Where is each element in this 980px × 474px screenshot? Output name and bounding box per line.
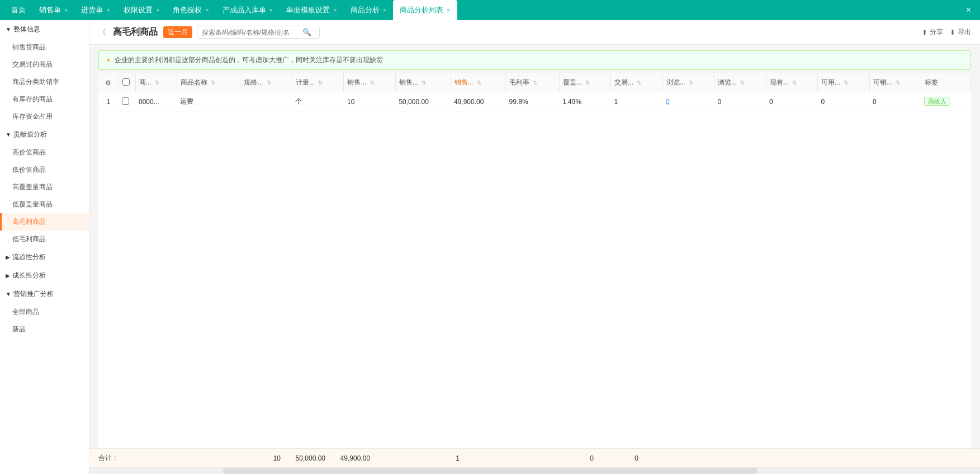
col-current-stock[interactable]: 现有... ⇅ <box>766 73 817 92</box>
nav-product-analysis-list[interactable]: 商品分析列表 × <box>393 0 457 20</box>
row-sellable-stock: 0 <box>869 92 921 111</box>
col-checkbox <box>119 73 135 92</box>
sidebar-item-low-value[interactable]: 低价值商品 <box>0 161 89 179</box>
nav-sales-close[interactable]: × <box>64 7 68 13</box>
nav-purchase-close[interactable]: × <box>106 7 110 13</box>
sidebar-item-category-rate[interactable]: 商品分类助销率 <box>0 73 89 91</box>
row-available-stock: 0 <box>818 92 869 111</box>
sidebar-item-high-value[interactable]: 高价值商品 <box>0 144 89 161</box>
top-nav: 首页 销售单 × 进货单 × 权限设置 × 角色授权 × 产成品入库单 × 单据… <box>0 0 980 20</box>
nav-product-analysis[interactable]: 商品分析 × <box>344 0 393 20</box>
row-spec <box>240 92 292 111</box>
sidebar-section-overall[interactable]: ▼ 整体信息 <box>0 20 89 39</box>
row-name: 运费 <box>177 92 240 111</box>
row-sales-amt: 50,000.00 <box>395 92 451 111</box>
sidebar-section-growth[interactable]: ▶ 成长性分析 <box>0 266 89 285</box>
row-checkbox <box>119 92 135 111</box>
section-arrow-growth: ▶ <box>6 273 10 279</box>
sidebar-item-new-goods[interactable]: 新品 <box>0 321 89 338</box>
row-tag: 高收入 <box>921 92 970 111</box>
table-container: ⚙ 商... ⇅ 商品名称 ⇅ 规格... ⇅ 计量... ⇅ 销售... ⇅ … <box>98 73 971 448</box>
info-banner: ✦ 企业的主要的利润都是这部分商品创造的，可考虑加大推广，同时关注库存是不要出现… <box>98 50 971 70</box>
row-index: 1 <box>98 92 119 111</box>
sidebar-item-high-margin[interactable]: 高毛利商品 <box>0 213 89 231</box>
collapse-sidebar-btn[interactable]: 《 <box>98 27 106 37</box>
views1-link[interactable]: 0 <box>666 98 670 106</box>
row-gross-margin: 99.8% <box>506 92 560 111</box>
nav-product-analysis-close[interactable]: × <box>383 7 386 13</box>
sidebar-section-trend[interactable]: ▶ 流趋性分析 <box>0 248 89 266</box>
col-coverage[interactable]: 覆盖... ⇅ <box>559 73 610 92</box>
share-icon: ⬆ <box>922 29 927 36</box>
table-row: 1 0000... 运费 个 10 50,000.00 49,900.00 99… <box>98 92 971 111</box>
col-spec[interactable]: 规格... ⇅ <box>240 73 292 92</box>
footer-sales-qty: 10 <box>239 454 284 462</box>
sidebar-item-low-margin[interactable]: 低毛利商品 <box>0 231 89 248</box>
col-sellable-stock[interactable]: 可销... ⇅ <box>869 73 921 92</box>
nav-template-close[interactable]: × <box>333 7 337 13</box>
section-arrow-marketing: ▼ <box>6 291 11 297</box>
row-sales-qty: 10 <box>344 92 395 111</box>
col-sales-amt[interactable]: 销售... ⇅ <box>395 73 451 92</box>
sidebar-item-high-coverage[interactable]: 高覆盖量商品 <box>0 179 89 196</box>
col-gross-margin[interactable]: 毛利率 ⇅ <box>506 73 560 92</box>
nav-sales[interactable]: 销售单 × <box>32 0 74 20</box>
nav-template[interactable]: 单据模板设置 × <box>280 0 343 20</box>
section-label-marketing: 营销推广分析 <box>13 289 54 299</box>
search-icon[interactable]: 🔍 <box>302 28 311 36</box>
col-views2[interactable]: 浏览... ⇅ <box>714 73 766 92</box>
nav-product-analysis-list-close[interactable]: × <box>447 7 450 13</box>
col-settings[interactable]: ⚙ <box>98 73 119 92</box>
col-tag: 标签 <box>921 73 970 92</box>
tip-icon: ✦ <box>106 57 111 64</box>
time-filter-btn[interactable]: 近一月 <box>163 26 192 38</box>
footer-summary: 合计： 10 50,000.00 49,900.00 1 0 0 <box>89 448 980 467</box>
sidebar-item-sales-goods[interactable]: 销售货商品 <box>0 39 89 56</box>
page-title: 高毛利商品 <box>113 26 158 38</box>
section-label-contribution: 贡献值分析 <box>13 130 47 139</box>
sidebar: ▼ 整体信息 销售货商品 交易过的商品 商品分类助销率 有库存的商品 库存资金占… <box>0 20 89 474</box>
bottom-scrollbar[interactable] <box>89 467 980 474</box>
section-label-growth: 成长性分析 <box>12 271 46 280</box>
close-all-tabs[interactable]: × <box>962 5 976 15</box>
col-unit[interactable]: 计量... ⇅ <box>292 73 343 92</box>
sidebar-item-traded-goods[interactable]: 交易过的商品 <box>0 56 89 73</box>
nav-purchase[interactable]: 进货单 × <box>74 0 116 20</box>
footer-sales-profit: 49,900.00 <box>329 454 373 462</box>
sidebar-item-all-goods[interactable]: 全部商品 <box>0 303 89 321</box>
nav-home[interactable]: 首页 <box>4 0 32 20</box>
search-input[interactable] <box>202 29 302 36</box>
nav-permission[interactable]: 权限设置 × <box>117 0 166 20</box>
nav-product-in[interactable]: 产成品入库单 × <box>216 0 280 20</box>
export-btn[interactable]: ⬇ 导出 <box>950 27 971 37</box>
sidebar-item-stock-funds[interactable]: 库存资金占用 <box>0 108 89 125</box>
content-area: 《 高毛利商品 近一月 🔍 ⬆ 分享 ⬇ 导出 ✦ 企业的主要的利润都是这部 <box>89 20 980 474</box>
share-btn[interactable]: ⬆ 分享 <box>922 27 943 37</box>
col-code[interactable]: 商... ⇅ <box>135 73 177 92</box>
row-coverage: 1.49% <box>559 92 610 111</box>
sidebar-section-contribution[interactable]: ▼ 贡献值分析 <box>0 125 89 144</box>
search-box: 🔍 <box>197 26 320 39</box>
nav-permission-close[interactable]: × <box>156 7 159 13</box>
row-views2: 0 <box>714 92 766 111</box>
sidebar-item-in-stock[interactable]: 有库存的商品 <box>0 91 89 108</box>
col-transactions[interactable]: 交易... ⇅ <box>611 73 662 92</box>
table-header-row: ⚙ 商... ⇅ 商品名称 ⇅ 规格... ⇅ 计量... ⇅ 销售... ⇅ … <box>98 73 971 92</box>
row-transactions: 1 <box>611 92 662 111</box>
nav-role-close[interactable]: × <box>205 7 209 13</box>
col-name[interactable]: 商品名称 ⇅ <box>177 73 240 92</box>
sidebar-item-low-coverage[interactable]: 低覆盖量商品 <box>0 196 89 213</box>
nav-role[interactable]: 角色授权 × <box>166 0 215 20</box>
footer-label: 合计： <box>98 453 119 463</box>
nav-product-in-close[interactable]: × <box>269 7 273 13</box>
sidebar-section-marketing[interactable]: ▼ 营销推广分析 <box>0 285 89 303</box>
footer-current-stock: 0 <box>552 454 597 462</box>
col-available-stock[interactable]: 可用... ⇅ <box>818 73 869 92</box>
row-code: 0000... <box>135 92 177 111</box>
footer-sales-amt: 50,000.00 <box>284 454 329 462</box>
select-all-checkbox[interactable] <box>122 78 130 86</box>
col-sales-profit[interactable]: 销售... ⇅ <box>451 73 506 92</box>
col-sales-qty[interactable]: 销售... ⇅ <box>344 73 395 92</box>
col-views1[interactable]: 浏览... ⇅ <box>662 73 714 92</box>
row-select-checkbox[interactable] <box>122 97 129 105</box>
